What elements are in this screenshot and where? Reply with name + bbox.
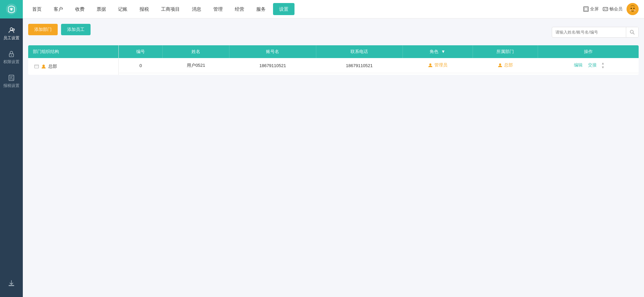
- svg-point-7: [633, 8, 635, 9]
- sidebar-item-employee-settings[interactable]: 员工设置: [0, 22, 23, 46]
- scroll-down-btn[interactable]: ▼: [601, 65, 604, 69]
- nav-invoice[interactable]: 票据: [91, 0, 112, 18]
- role-filter-icon[interactable]: ▼: [441, 49, 445, 54]
- sidebar-item-permission-settings[interactable]: 权限设置: [0, 46, 23, 69]
- search-input[interactable]: [552, 30, 626, 35]
- svg-rect-2: [584, 7, 588, 11]
- add-dept-button[interactable]: 添加部门: [28, 24, 58, 35]
- svg-point-8: [630, 10, 632, 11]
- sidebar-label-permission: 权限设置: [3, 59, 19, 65]
- sidebar-label-tax: 报税设置: [3, 83, 19, 89]
- sidebar-item-download[interactable]: [0, 275, 23, 292]
- col-header-name: 姓名: [163, 45, 229, 58]
- nav-customer[interactable]: 客户: [48, 0, 69, 18]
- fullscreen-label: 全屏: [590, 6, 599, 12]
- nav-business[interactable]: 工商项目: [155, 0, 186, 18]
- cell-phone: 18679110521: [316, 58, 402, 73]
- nav-settings[interactable]: 设置: [273, 3, 294, 15]
- fullscreen-btn[interactable]: 全屏: [583, 6, 599, 12]
- dept-tree-header: 部门组织结构: [28, 45, 118, 58]
- cell-id: 0: [119, 58, 163, 73]
- svg-point-20: [499, 63, 501, 65]
- employee-table: 编号 姓名 账号名 联系电话 角色 ▼ 所属部门 操作: [119, 45, 639, 73]
- svg-point-4: [604, 9, 605, 10]
- nav-billing[interactable]: 收费: [69, 0, 91, 18]
- col-header-id: 编号: [119, 45, 163, 58]
- search-bar: [552, 27, 639, 38]
- content-header: 添加部门 添加员工: [28, 24, 639, 41]
- member-label: 畅会员: [609, 6, 623, 12]
- cell-name: 用户0521: [163, 58, 229, 73]
- member-btn[interactable]: 畅会员: [603, 6, 623, 12]
- svg-point-6: [631, 8, 632, 9]
- button-bar: 添加部门 添加员工: [28, 24, 91, 35]
- employee-table-area: 编号 姓名 账号名 联系电话 角色 ▼ 所属部门 操作: [119, 45, 639, 75]
- main-layout: 员工设置 权限设置 报税设置: [0, 18, 644, 297]
- sidebar-item-tax-settings[interactable]: 报税设置: [0, 69, 23, 93]
- nav-bookkeeping[interactable]: 记账: [112, 0, 133, 18]
- table-row: 0 用户0521 18679110521 18679110521: [119, 58, 639, 73]
- nav-operation[interactable]: 经营: [229, 0, 250, 18]
- dept-tree-item-root[interactable]: 总部: [33, 61, 114, 71]
- nav-service[interactable]: 服务: [250, 0, 272, 18]
- svg-point-19: [429, 63, 431, 65]
- col-header-action: 操作: [538, 45, 639, 58]
- search-button[interactable]: [626, 27, 638, 38]
- transfer-link[interactable]: 交接: [588, 62, 597, 67]
- svg-point-1: [10, 9, 12, 10]
- col-header-role: 角色 ▼: [402, 45, 473, 58]
- svg-rect-17: [35, 65, 39, 68]
- cell-role: 管理员: [402, 58, 473, 73]
- svg-rect-3: [603, 7, 608, 11]
- svg-point-10: [10, 28, 12, 30]
- nav-right: 全屏 畅会员: [583, 3, 644, 15]
- dept-tree: 部门组织结构 总部: [28, 45, 119, 75]
- add-employee-button[interactable]: 添加员工: [61, 24, 91, 35]
- dept-tree-body: 总部: [28, 58, 118, 75]
- main-content: 添加部门 添加员工 部门组织结构: [23, 18, 644, 297]
- dept-root-name: 总部: [48, 63, 57, 69]
- nav-home[interactable]: 首页: [26, 0, 48, 18]
- svg-point-18: [43, 65, 45, 67]
- svg-point-5: [627, 3, 639, 15]
- cell-actions: 编辑 交接 ▲ ▼: [538, 58, 639, 73]
- main-nav: 首页 客户 收费 票据 记账 报税 工商项目 消息 管理 经营 服务 设置: [26, 0, 583, 18]
- cell-account: 18679110521: [229, 58, 316, 73]
- svg-point-13: [11, 55, 12, 56]
- nav-tax[interactable]: 报税: [133, 0, 155, 18]
- sidebar-label-employee: 员工设置: [3, 35, 19, 41]
- main-panel: 部门组织结构 总部: [28, 45, 639, 75]
- scroll-up-btn[interactable]: ▲: [601, 61, 604, 65]
- cell-dept: 总部: [473, 58, 538, 73]
- edit-link[interactable]: 编辑: [574, 62, 583, 67]
- sidebar: 员工设置 权限设置 报税设置: [0, 18, 23, 297]
- col-header-phone: 联系电话: [316, 45, 402, 58]
- nav-manage[interactable]: 管理: [207, 0, 229, 18]
- top-nav: 首页 客户 收费 票据 记账 报税 工商项目 消息 管理 经营 服务 设置 全屏: [0, 0, 644, 18]
- svg-rect-15: [9, 285, 14, 286]
- logo[interactable]: [0, 0, 23, 18]
- avatar[interactable]: [627, 3, 639, 15]
- nav-message[interactable]: 消息: [186, 0, 207, 18]
- sidebar-bottom: [0, 275, 23, 297]
- col-header-dept: 所属部门: [473, 45, 538, 58]
- col-header-account: 账号名: [229, 45, 316, 58]
- svg-point-9: [634, 10, 636, 11]
- scroll-controls: ▲ ▼: [601, 61, 604, 69]
